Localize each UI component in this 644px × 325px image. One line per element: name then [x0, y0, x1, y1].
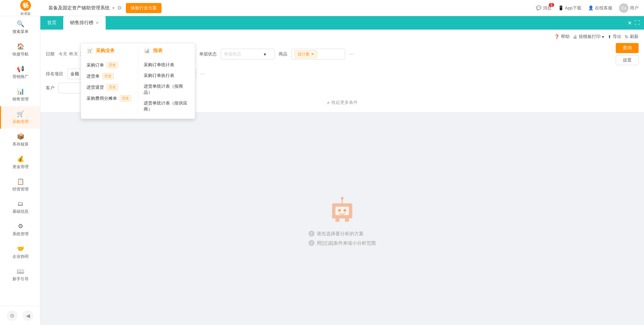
service-icon: 👤 [588, 5, 594, 10]
page-content: ❓ 帮助 🖨 按模板打印 ▾ ⬆ 导出 ↻ [40, 30, 644, 325]
empty-svg [322, 190, 362, 224]
menu-item-purchase-expense[interactable]: 采购费用分摊单 历史 [86, 93, 133, 104]
finance-icon: 💰 [17, 155, 24, 163]
po-exec-label: 采购订单执行表 [144, 73, 174, 79]
goods-more-btn[interactable]: ··· [349, 51, 354, 57]
system-title-text: 装备及固定资产辅助管理系统 [48, 5, 110, 11]
tab-bar-actions: ✕ ⛶ [628, 20, 644, 26]
tab-bar: 首页 销售排行榜 ✕ ✕ ⛶ [40, 16, 644, 30]
goods-input[interactable]: 设计素 ✕ [291, 49, 345, 59]
ranking-value: 金额 [70, 71, 79, 77]
industry-btn[interactable]: 体验行业方案 [126, 3, 162, 13]
message-badge: 9 [549, 3, 554, 7]
search-menu-icon: 🔍 [17, 20, 24, 28]
messages-btn[interactable]: 💬 消息 9 [536, 5, 551, 11]
report-section-title: 📊 报表 [144, 47, 190, 55]
stock-return-label: 进货退货 [86, 84, 104, 90]
sidebar-item-inventory[interactable]: 📦 库存核算 [0, 129, 40, 151]
sidebar-item-guide[interactable]: 📖 新手引导 [0, 263, 40, 286]
logo-icon: 畅 [20, 0, 31, 11]
sidebar-item-quicknav[interactable]: 🏠 快捷导航 [0, 39, 40, 61]
sidebar-item-purchase[interactable]: 🛒 采购管理 [0, 106, 40, 129]
ranking-label: 排名项目 [46, 71, 63, 77]
toolbar-right: ❓ 帮助 🖨 按模板打印 ▾ ⬆ 导出 ↻ [554, 34, 639, 40]
sidebar-item-system[interactable]: ⚙ 系统管理 [0, 218, 40, 241]
sidebar-label-sales: 销售管理 [12, 96, 29, 102]
sidebar-item-marketing[interactable]: 📢 营销推广 [0, 61, 40, 84]
menu-item-stock-stats-goods[interactable]: 进货单统计表（按商品） [144, 81, 190, 98]
user-area[interactable]: Ea 用户 [619, 3, 639, 13]
po-stats-label: 采购订单统计表 [144, 62, 174, 68]
menu-item-purchase-order[interactable]: 采购订单 历史 [86, 59, 133, 71]
sidebar-item-search[interactable]: 🔍 搜索菜单 [0, 16, 40, 39]
svg-rect-1 [335, 207, 349, 215]
menu-item-stock-in[interactable]: 进货单 历史 [86, 71, 133, 82]
filter-toolbar-row: ❓ 帮助 🖨 按模板打印 ▾ ⬆ 导出 ↻ [46, 34, 639, 40]
date-preset-yesterday[interactable]: 昨天 [69, 51, 78, 57]
doc-status-select[interactable]: 单据状态 ▾ [221, 49, 275, 59]
inventory-icon: 📦 [17, 133, 24, 140]
setting-btn[interactable]: 设置 [616, 55, 639, 65]
logo-subtext: 标准版 [21, 11, 31, 16]
system-icon: ⚙ [18, 222, 23, 230]
goods-tag: 设计素 ✕ [294, 50, 317, 58]
sidebar-item-finance[interactable]: 💰 资金管理 [0, 151, 40, 174]
menu-item-stock-stats-supplier[interactable]: 进货单统计表（按供应商） [144, 98, 190, 115]
salesperson-more-btn[interactable]: ··· [200, 71, 205, 77]
user-name: 用户 [630, 5, 639, 11]
sidebar-item-basic-info[interactable]: 🗂 基础信息 [0, 196, 40, 218]
top-header: 畅 标准版 装备及固定资产辅助管理系统 ▾ ⚙ 体验行业方案 💬 消息 9 📱 … [0, 0, 644, 16]
print-btn[interactable]: 🖨 按模板打印 ▾ [573, 34, 604, 40]
tab-bar-close-icon[interactable]: ✕ [628, 20, 632, 26]
online-service-label: 在线客服 [595, 5, 612, 11]
export-btn[interactable]: ⬆ 导出 [608, 34, 621, 40]
sidebar-settings-btn[interactable]: ⚙ [7, 310, 17, 321]
basic-info-icon: 🗂 [17, 200, 24, 207]
system-title-dropdown-icon[interactable]: ▾ [112, 6, 114, 10]
menu-item-po-stats[interactable]: 采购订单统计表 [144, 59, 190, 70]
help-btn[interactable]: ❓ 帮助 [554, 34, 570, 40]
settings-icon[interactable]: ⚙ [117, 5, 122, 11]
sidebar-collapse-btn[interactable]: ◀ [23, 310, 33, 321]
online-service-btn[interactable]: 👤 在线客服 [588, 5, 612, 11]
stock-return-history: 历史 [107, 84, 118, 90]
phone-icon: 📱 [558, 5, 564, 10]
date-label: 日期 [46, 51, 55, 57]
tab-sales-ranking[interactable]: 销售排行榜 ✕ [63, 16, 106, 30]
sidebar: 🔍 搜索菜单 🏠 快捷导航 📢 营销推广 📊 销售管理 🛒 采购管理 📦 库存核… [0, 16, 40, 325]
tab-bar-expand-icon[interactable]: ⛶ [635, 20, 640, 26]
sidebar-item-cooperation[interactable]: 🤝 企业协同 [0, 241, 40, 263]
menu-item-stock-return[interactable]: 进货退货 历史 [86, 82, 133, 93]
purchase-icon: 🛒 [17, 110, 24, 118]
app-download-btn[interactable]: 📱 App下载 [558, 5, 581, 11]
svg-rect-6 [335, 218, 339, 222]
date-preset-today[interactable]: 今天 [59, 51, 67, 57]
report-section-icon: 📊 [144, 47, 150, 54]
help-icon: ❓ [554, 34, 560, 39]
refresh-label: 刷新 [630, 34, 639, 40]
purchase-section-icon: 🛒 [86, 47, 93, 54]
export-label: 导出 [613, 34, 621, 40]
sidebar-item-operations[interactable]: 📋 经营管理 [0, 174, 40, 196]
system-title-area: 装备及固定资产辅助管理系统 ▾ [48, 5, 114, 11]
sidebar-label-purchase: 采购管理 [12, 119, 29, 125]
stock-stats-supplier-label: 进货单统计表（按供应商） [144, 100, 190, 112]
tab-home[interactable]: 首页 [40, 16, 63, 30]
customer-label: 客户 [46, 85, 55, 91]
query-btn[interactable]: 查询 [616, 43, 639, 53]
collapse-arrow-icon: ∧ [327, 100, 330, 105]
export-icon: ⬆ [608, 34, 611, 39]
dropdown-report-col: 📊 报表 采购订单统计表 采购订单执行表 进货单统计表（按商品） [138, 47, 195, 115]
stock-in-history: 历史 [102, 73, 114, 79]
goods-tag-close[interactable]: ✕ [311, 52, 314, 56]
sidebar-label-quicknav: 快捷导航 [12, 51, 29, 57]
refresh-btn[interactable]: ↻ 刷新 [625, 34, 639, 40]
tip-num-1: 1 [309, 231, 315, 237]
tab-close-icon[interactable]: ✕ [96, 21, 99, 25]
app-download-label: App下载 [565, 5, 581, 11]
sidebar-item-sales[interactable]: 📊 销售管理 [0, 84, 40, 106]
message-icon: 💬 [536, 5, 541, 10]
tip-text-2: 用[过滤]条件来缩小分析范围 [317, 238, 376, 248]
menu-item-po-exec[interactable]: 采购订单执行表 [144, 70, 190, 81]
empty-tips: 1 请先选择要分析的方案 2 用[过滤]条件来缩小分析范围 [309, 229, 376, 248]
